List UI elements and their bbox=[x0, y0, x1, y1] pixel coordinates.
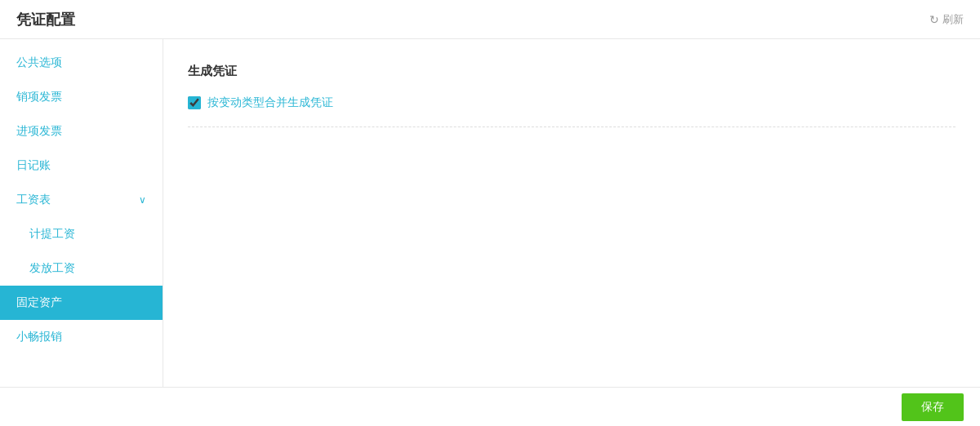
divider bbox=[188, 126, 956, 127]
sidebar: 公共选项销项发票进项发票日记账工资表∨计提工资发放工资固定资产小畅报销 bbox=[0, 39, 163, 387]
merge-checkbox-label[interactable]: 按变动类型合并生成凭证 bbox=[207, 95, 333, 110]
sidebar-item-sales-invoice[interactable]: 销项发票 bbox=[0, 80, 163, 114]
content-area: 公共选项销项发票进项发票日记账工资表∨计提工资发放工资固定资产小畅报销 生成凭证… bbox=[0, 39, 980, 387]
sidebar-item-calc-salary[interactable]: 计提工资 bbox=[0, 217, 163, 251]
merge-checkbox[interactable] bbox=[188, 96, 201, 109]
sidebar-item-purchase-invoice[interactable]: 进项发票 bbox=[0, 114, 163, 149]
sidebar-item-pay-salary[interactable]: 发放工资 bbox=[0, 251, 163, 286]
sidebar-item-label: 进项发票 bbox=[16, 124, 62, 139]
footer-bar: 保存 bbox=[0, 387, 980, 426]
sidebar-item-public[interactable]: 公共选项 bbox=[0, 46, 163, 80]
sidebar-item-fixed-assets[interactable]: 固定资产 bbox=[0, 286, 163, 320]
refresh-button[interactable]: ↻ 刷新 bbox=[929, 12, 964, 27]
section-title: 生成凭证 bbox=[188, 64, 956, 79]
checkbox-row: 按变动类型合并生成凭证 bbox=[188, 95, 956, 110]
sidebar-item-label: 发放工资 bbox=[29, 261, 75, 276]
sidebar-item-label: 日记账 bbox=[16, 158, 51, 173]
sidebar-item-label: 销项发票 bbox=[16, 90, 62, 104]
sidebar-item-label: 计提工资 bbox=[29, 227, 75, 242]
sidebar-item-label: 固定资产 bbox=[16, 295, 62, 310]
sidebar-item-expense[interactable]: 小畅报销 bbox=[0, 320, 163, 354]
refresh-icon: ↻ bbox=[929, 13, 939, 26]
page-header: 凭证配置 ↻ 刷新 bbox=[0, 0, 980, 39]
sidebar-item-payroll[interactable]: 工资表∨ bbox=[0, 183, 163, 217]
sidebar-item-label: 工资表 bbox=[16, 193, 51, 207]
chevron-down-icon: ∨ bbox=[139, 194, 146, 206]
sidebar-item-label: 公共选项 bbox=[16, 55, 62, 70]
save-button[interactable]: 保存 bbox=[902, 393, 964, 421]
main-content: 生成凭证 按变动类型合并生成凭证 bbox=[163, 39, 980, 387]
refresh-label: 刷新 bbox=[942, 12, 964, 27]
sidebar-item-journal[interactable]: 日记账 bbox=[0, 149, 163, 183]
sidebar-item-label: 小畅报销 bbox=[16, 330, 62, 344]
page-title: 凭证配置 bbox=[16, 10, 75, 29]
